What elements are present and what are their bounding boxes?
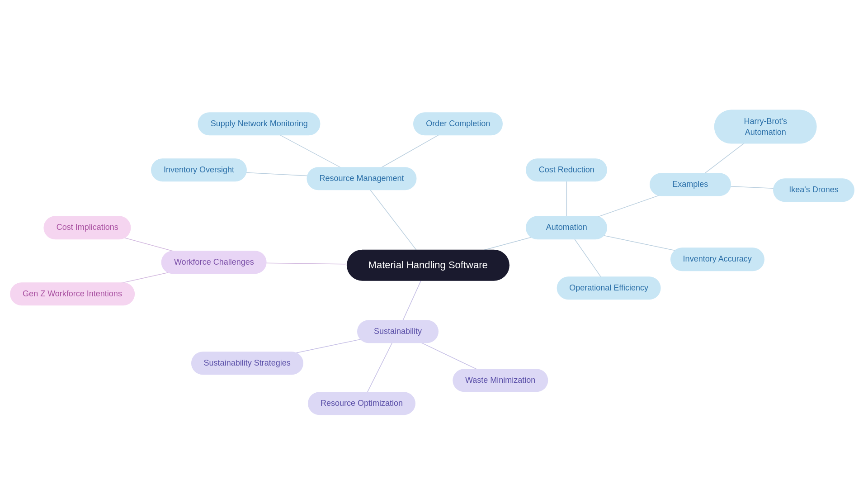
cost-reduction-node[interactable]: Cost Reduction: [526, 158, 607, 181]
ikeas-drones-node[interactable]: Ikea's Drones: [773, 179, 854, 202]
cost-implications-node[interactable]: Cost Implications: [44, 216, 131, 239]
inventory-accuracy-node[interactable]: Inventory Accuracy: [670, 248, 764, 271]
gen-z-workforce-node[interactable]: Gen Z Workforce Intentions: [10, 282, 135, 305]
resource-optimization-node[interactable]: Resource Optimization: [308, 392, 415, 415]
automation-node[interactable]: Automation: [526, 216, 607, 239]
resource-management-node[interactable]: Resource Management: [307, 167, 416, 190]
center-node[interactable]: Material Handling Software: [347, 250, 509, 281]
supply-network-node[interactable]: Supply Network Monitoring: [198, 112, 321, 135]
examples-node[interactable]: Examples: [650, 173, 731, 196]
waste-minimization-node[interactable]: Waste Minimization: [453, 369, 548, 392]
mind-map-container: Material Handling SoftwareResource Manag…: [0, 0, 868, 490]
harrybrot-node[interactable]: Harry-Brot's Automation: [714, 110, 817, 144]
order-completion-node[interactable]: Order Completion: [413, 112, 503, 135]
inventory-oversight-node[interactable]: Inventory Oversight: [151, 158, 247, 181]
workforce-challenges-node[interactable]: Workforce Challenges: [161, 251, 267, 274]
sustainability-node[interactable]: Sustainability: [357, 320, 439, 343]
connections-svg: [0, 0, 868, 490]
operational-efficiency-node[interactable]: Operational Efficiency: [557, 276, 661, 300]
sustainability-strategies-node[interactable]: Sustainability Strategies: [191, 352, 303, 375]
